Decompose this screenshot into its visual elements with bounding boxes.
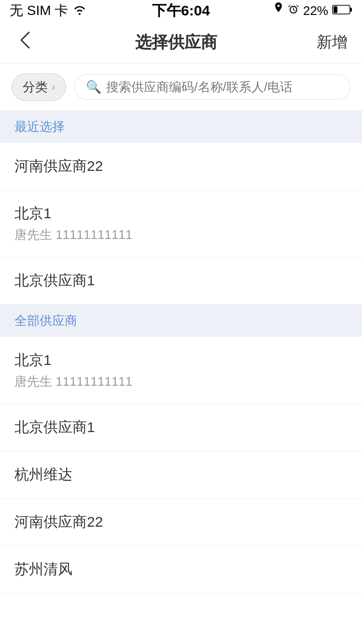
list-item[interactable]: 北京供应商1 bbox=[0, 257, 362, 305]
carrier-text: 无 SIM 卡 bbox=[10, 1, 68, 20]
back-button[interactable] bbox=[14, 26, 36, 59]
status-carrier: 无 SIM 卡 bbox=[10, 1, 86, 20]
location-icon bbox=[273, 2, 284, 19]
item-sub: 唐先生 11111111111 bbox=[14, 226, 348, 243]
item-name: 北京供应商1 bbox=[14, 271, 348, 291]
all-list: 北京1 唐先生 11111111111 北京供应商1 杭州维达 河南供应商22 … bbox=[0, 337, 362, 593]
svg-rect-3 bbox=[334, 6, 337, 13]
wifi-icon bbox=[73, 3, 86, 18]
list-item[interactable]: 河南供应商22 bbox=[0, 499, 362, 546]
status-right: 22% bbox=[273, 2, 352, 19]
item-name: 杭州维达 bbox=[14, 465, 348, 485]
item-name: 河南供应商22 bbox=[14, 156, 348, 176]
item-sub: 唐先生 11111111111 bbox=[14, 373, 348, 390]
filter-bar: 分类 › 🔍 bbox=[0, 64, 362, 111]
item-name: 河南供应商22 bbox=[14, 512, 348, 532]
battery-icon bbox=[332, 3, 352, 18]
page-title: 选择供应商 bbox=[135, 31, 217, 54]
all-section-header: 全部供应商 bbox=[0, 305, 362, 337]
list-item[interactable]: 北京供应商1 bbox=[0, 404, 362, 451]
status-bar: 无 SIM 卡 下午6:04 22% bbox=[0, 0, 362, 21]
recent-section-label: 最近选择 bbox=[14, 119, 65, 134]
item-name: 北京1 bbox=[14, 350, 348, 370]
recent-section-header: 最近选择 bbox=[0, 111, 362, 143]
item-name: 北京1 bbox=[14, 204, 348, 224]
search-icon: 🔍 bbox=[86, 80, 101, 95]
list-item[interactable]: 北京1 唐先生 11111111111 bbox=[0, 337, 362, 404]
item-name: 北京供应商1 bbox=[14, 418, 348, 437]
alarm-icon bbox=[288, 3, 299, 18]
nav-bar: 选择供应商 新增 bbox=[0, 21, 362, 64]
list-item[interactable]: 河南供应商22 bbox=[0, 143, 362, 190]
item-name: 苏州清风 bbox=[14, 560, 348, 579]
all-section-label: 全部供应商 bbox=[14, 313, 77, 328]
chevron-right-icon: › bbox=[52, 81, 55, 94]
add-button[interactable]: 新增 bbox=[317, 32, 348, 53]
recent-list: 河南供应商22 北京1 唐先生 11111111111 北京供应商1 bbox=[0, 143, 362, 305]
list-item[interactable]: 北京1 唐先生 11111111111 bbox=[0, 190, 362, 257]
category-label: 分类 bbox=[23, 79, 48, 96]
status-time: 下午6:04 bbox=[152, 1, 210, 21]
search-box: 🔍 bbox=[74, 74, 350, 100]
list-item[interactable]: 苏州清风 bbox=[0, 546, 362, 593]
battery-text: 22% bbox=[303, 3, 328, 18]
svg-rect-2 bbox=[350, 8, 352, 12]
search-input[interactable] bbox=[106, 80, 338, 95]
list-item[interactable]: 杭州维达 bbox=[0, 451, 362, 499]
category-filter-button[interactable]: 分类 › bbox=[12, 73, 66, 101]
